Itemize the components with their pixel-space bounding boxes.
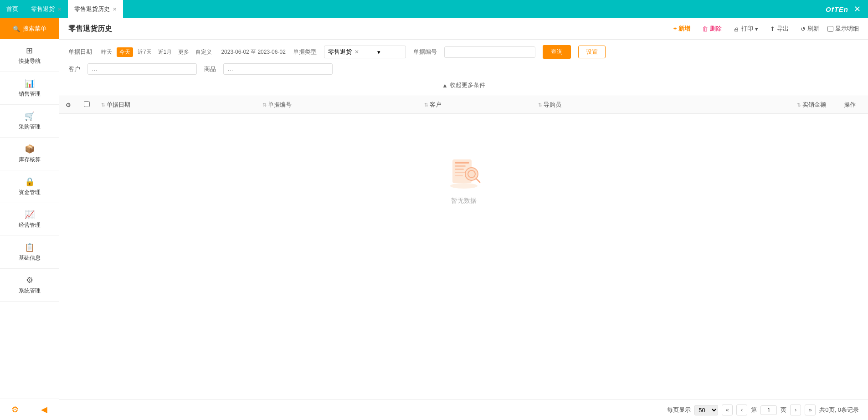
- tab-home-label: 首页: [6, 5, 18, 13]
- delete-label: 删除: [710, 25, 722, 33]
- goods-input[interactable]: [223, 63, 333, 75]
- th-no-label: 单据编号: [268, 101, 292, 108]
- tab-retail-return-history-label: 零售退货历史: [74, 5, 110, 13]
- svg-line-9: [476, 179, 480, 182]
- th-settings[interactable]: ⚙: [59, 96, 77, 114]
- sidebar-item-operations-label: 经营管理: [19, 221, 41, 229]
- th-customer[interactable]: 客户: [419, 96, 533, 114]
- voucher-no-input[interactable]: [444, 46, 535, 58]
- sidebar-item-finance[interactable]: 🔒 资金管理: [0, 170, 59, 203]
- sidebar: 🔍 搜索菜单 ⊞ 快捷导航 📊 销售管理 🛒 采购管理 📦 库存核算 🔒 资金管…: [0, 18, 59, 420]
- sidebar-item-quick-nav[interactable]: ⊞ 快捷导航: [0, 39, 59, 72]
- empty-state-row: 暂无数据: [59, 114, 868, 242]
- quick-nav-icon: ⊞: [26, 46, 33, 56]
- filter-row-2: 客户 商品: [68, 63, 859, 75]
- delete-button[interactable]: 🗑 删除: [699, 23, 725, 35]
- system-icon: ⚙: [26, 275, 33, 285]
- date-opt-today[interactable]: 今天: [117, 47, 133, 57]
- filter-collapse[interactable]: ▲ 收起更多条件: [68, 79, 859, 93]
- collapse-sidebar-icon[interactable]: ◀: [41, 405, 47, 415]
- show-detail-checkbox[interactable]: 显示明细: [827, 25, 859, 33]
- prev-page-icon: ‹: [741, 407, 743, 413]
- tab-retail-return-close[interactable]: ✕: [57, 6, 62, 12]
- sidebar-item-sales-label: 销售管理: [19, 90, 41, 98]
- last-page-icon: »: [809, 407, 812, 413]
- settings-button[interactable]: 设置: [578, 46, 606, 58]
- svg-rect-4: [455, 169, 464, 170]
- query-button[interactable]: 查询: [543, 45, 571, 59]
- filter-row-1: 单据日期 昨天 今天 近7天 近1月 更多 自定义 2023-06-02 至 2…: [68, 45, 859, 59]
- select-all-checkbox[interactable]: [84, 101, 90, 107]
- main-layout: 🔍 搜索菜单 ⊞ 快捷导航 📊 销售管理 🛒 采购管理 📦 库存核算 🔒 资金管…: [0, 18, 868, 420]
- sidebar-item-operations[interactable]: 📈 经营管理: [0, 203, 59, 236]
- pagination: 每页显示 50 20 100 « ‹ 第 页 › » 共0页, 0条记录: [59, 400, 868, 420]
- th-customer-label: 客户: [430, 101, 442, 108]
- purchase-icon: 🛒: [25, 111, 35, 121]
- tab-retail-return-history-close[interactable]: ✕: [113, 6, 117, 12]
- svg-rect-2: [455, 162, 469, 164]
- tab-home[interactable]: 首页: [0, 0, 25, 18]
- sidebar-item-purchase-mgmt[interactable]: 🛒 采购管理: [0, 105, 59, 138]
- collapse-icon: ▲: [442, 82, 448, 89]
- page-title: 零售退货历史: [68, 24, 112, 34]
- total-text: 共0页, 0条记录: [819, 406, 859, 414]
- date-opt-1month[interactable]: 近1月: [156, 48, 174, 56]
- page-header: 零售退货历史 + 新增 🗑 删除 🖨 打印 ▾ ⬆ 导出 ↺: [59, 18, 868, 40]
- sidebar-bottom: ⚙ ◀: [0, 399, 59, 420]
- voucher-type-tag: 零售退货 ✕: [328, 48, 359, 56]
- sidebar-item-system-mgmt[interactable]: ⚙ 系统管理: [0, 269, 59, 302]
- date-opt-yesterday[interactable]: 昨天: [99, 48, 114, 56]
- sidebar-item-sales-mgmt[interactable]: 📊 销售管理: [0, 72, 59, 105]
- window-close-btn[interactable]: ✕: [854, 4, 861, 14]
- th-actions-label: 操作: [844, 101, 856, 108]
- prev-page-btn[interactable]: ‹: [736, 405, 747, 415]
- sidebar-search[interactable]: 🔍 搜索菜单: [0, 18, 59, 39]
- next-page-btn[interactable]: ›: [790, 405, 801, 415]
- page-suffix: 页: [781, 406, 786, 414]
- goods-label: 商品: [204, 65, 216, 73]
- th-guide-label: 导购员: [544, 101, 561, 108]
- customer-input[interactable]: [87, 63, 197, 75]
- tab-retail-return[interactable]: 零售退货 ✕: [25, 0, 68, 18]
- print-button[interactable]: 🖨 打印 ▾: [730, 23, 762, 35]
- refresh-button[interactable]: ↺ 刷新: [797, 23, 823, 35]
- sidebar-item-inventory[interactable]: 📦 库存核算: [0, 138, 59, 170]
- sidebar-item-finance-label: 资金管理: [19, 189, 41, 196]
- export-icon: ⬆: [770, 26, 775, 32]
- sales-icon: 📊: [25, 78, 35, 88]
- sidebar-item-quick-nav-label: 快捷导航: [19, 57, 41, 65]
- show-detail-input[interactable]: [827, 26, 833, 32]
- th-guide[interactable]: 导购员: [533, 96, 670, 114]
- th-date[interactable]: 单据日期: [96, 96, 257, 114]
- finance-icon: 🔒: [25, 177, 35, 187]
- data-table: ⚙ 单据日期 单据编号 客户: [59, 96, 868, 241]
- voucher-type-label: 单据类型: [293, 48, 317, 56]
- add-button[interactable]: + 新增: [670, 23, 694, 35]
- sidebar-item-purchase-label: 采购管理: [19, 123, 41, 131]
- last-page-btn[interactable]: »: [805, 405, 816, 415]
- tab-retail-return-history[interactable]: 零售退货历史 ✕: [68, 0, 123, 18]
- date-opt-more[interactable]: 更多: [176, 48, 191, 56]
- th-amount[interactable]: 实销金额: [670, 96, 832, 114]
- refresh-label: 刷新: [807, 25, 819, 33]
- first-page-icon: «: [726, 407, 729, 413]
- date-opt-7days[interactable]: 近7天: [136, 48, 154, 56]
- settings-bottom-icon[interactable]: ⚙: [11, 405, 19, 415]
- export-button[interactable]: ⬆ 导出: [766, 23, 792, 35]
- th-checkbox[interactable]: [77, 96, 96, 114]
- empty-state-cell: 暂无数据: [59, 114, 868, 242]
- first-page-btn[interactable]: «: [722, 405, 733, 415]
- th-no[interactable]: 单据编号: [257, 96, 418, 114]
- date-opt-custom[interactable]: 自定义: [194, 48, 214, 56]
- search-icon: 🔍: [13, 26, 20, 32]
- voucher-type-tag-label: 零售退货: [328, 48, 352, 56]
- filter-area: 单据日期 昨天 今天 近7天 近1月 更多 自定义 2023-06-02 至 2…: [59, 40, 868, 96]
- empty-text: 暂无数据: [451, 197, 477, 205]
- page-input[interactable]: [760, 405, 777, 415]
- voucher-type-select[interactable]: 零售退货 ✕ ▾: [324, 46, 406, 58]
- per-page-select[interactable]: 50 20 100: [694, 405, 718, 415]
- sidebar-item-basic-info[interactable]: 📋 基础信息: [0, 236, 59, 269]
- voucher-type-tag-close[interactable]: ✕: [354, 49, 359, 55]
- refresh-icon: ↺: [801, 26, 806, 32]
- page-label: 第: [751, 406, 757, 414]
